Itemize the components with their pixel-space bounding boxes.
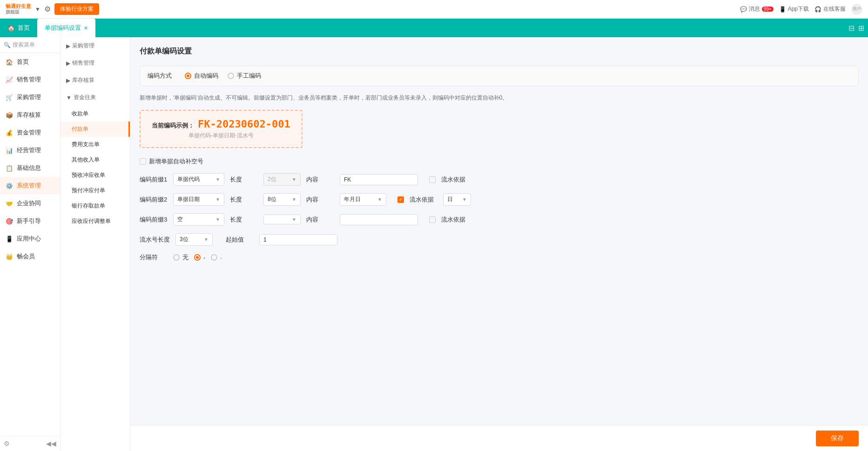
tab-bar-actions: ⊟ ⊞ bbox=[848, 24, 868, 33]
subnav-bank-deposit[interactable]: 银行存取款单 bbox=[61, 198, 130, 214]
user-label: 用户 bbox=[853, 6, 861, 12]
tab-bar: 🏠 首页 单据编码设置 ✕ ⊟ ⊞ bbox=[0, 19, 868, 37]
radio-auto-btn[interactable] bbox=[185, 73, 191, 79]
subnav-inventory-title[interactable]: ▶ 库存核算 bbox=[61, 72, 130, 89]
subnav-capital-title[interactable]: ▼ 资金往来 bbox=[61, 89, 130, 106]
sep-none-radio[interactable]: 无 bbox=[173, 253, 188, 262]
sidebar-item-system[interactable]: ⚙️ 系统管理 bbox=[0, 177, 60, 195]
example-label: 当前编码示例： bbox=[152, 122, 194, 129]
prefix1-arrow: ▼ bbox=[215, 177, 220, 182]
subnav-income[interactable]: 其他收入单 bbox=[61, 152, 130, 168]
content1-input[interactable] bbox=[340, 174, 418, 185]
subnav-capital: ▼ 资金往来 收款单 付款单 费用支出单 其他收入单 预收冲应收单 预付冲应付单… bbox=[61, 89, 130, 229]
online-service-btn[interactable]: 🎧 在线客服 bbox=[814, 5, 846, 13]
tab-minimize-icon[interactable]: ⊟ bbox=[848, 24, 855, 33]
serial2-checkbox[interactable]: ✓ bbox=[397, 196, 404, 203]
settings-icon[interactable]: ⚙ bbox=[44, 5, 51, 13]
subnav-prepay-pay[interactable]: 预付冲应付单 bbox=[61, 183, 130, 198]
sep-dot-btn[interactable] bbox=[211, 254, 217, 261]
avatar[interactable]: 用户 bbox=[851, 4, 862, 15]
prefix2-label: 编码前缀2 bbox=[140, 195, 168, 204]
sep-dot-char: · bbox=[220, 254, 222, 261]
sidebar-item-vip[interactable]: 👑 畅会员 bbox=[0, 248, 60, 265]
serial3-checkbox[interactable] bbox=[429, 216, 436, 223]
sidebar-collapse-icon[interactable]: ◀◀ bbox=[46, 440, 56, 447]
top-bar-right: 💬 消息 99+ 📱 App下载 🎧 在线客服 用户 bbox=[740, 4, 862, 15]
length2-input[interactable]: 8位 ▼ bbox=[263, 193, 301, 206]
tab-fullscreen-icon[interactable]: ⊞ bbox=[858, 24, 864, 33]
apps-icon: 📱 bbox=[6, 235, 13, 242]
sep-dot-radio[interactable]: · bbox=[211, 254, 222, 261]
prefix1-select[interactable]: 单据代码 ▼ bbox=[173, 173, 224, 186]
length3-arrow: ▼ bbox=[292, 217, 296, 222]
prefix3-select[interactable]: 空 ▼ bbox=[173, 213, 224, 226]
sep-none-btn[interactable] bbox=[173, 254, 180, 261]
subnav-purchase-title[interactable]: ▶ 采购管理 bbox=[61, 37, 130, 54]
operations-icon: 📊 bbox=[6, 147, 13, 154]
subnav-inventory: ▶ 库存核算 bbox=[61, 72, 130, 89]
example-code-value: 当前编码示例：FK-20230602-001 bbox=[152, 118, 290, 130]
subnav-payment[interactable]: 付款单 bbox=[61, 121, 130, 137]
purchase-icon: 🛒 bbox=[6, 94, 13, 101]
start-value-label: 起始值 bbox=[226, 236, 254, 244]
prefix-row-2: 编码前缀2 单据日期 ▼ 长度 8位 ▼ 内容 年月日 ▼ ✓ 流水依据 bbox=[140, 193, 859, 206]
tab-encoding[interactable]: 单据编码设置 ✕ bbox=[37, 19, 95, 37]
sidebar-item-home[interactable]: 🏠 首页 bbox=[0, 53, 60, 71]
auto-fill-row: 新增单据自动补空号 bbox=[140, 157, 859, 166]
basic-icon: 📋 bbox=[6, 164, 13, 172]
sidebar-item-enterprise[interactable]: 🤝 企业协同 bbox=[0, 195, 60, 212]
code-example: 当前编码示例：FK-20230602-001 单据代码-单据日期-流水号 bbox=[140, 110, 303, 148]
auto-fill-checkbox[interactable] bbox=[140, 158, 146, 165]
subnav-sales-title[interactable]: ▶ 销售管理 bbox=[61, 54, 130, 72]
tab-home[interactable]: 🏠 首页 bbox=[0, 19, 37, 37]
sidebar-item-apps[interactable]: 📱 应用中心 bbox=[0, 230, 60, 248]
save-button[interactable]: 保存 bbox=[816, 431, 859, 446]
sidebar-settings-icon[interactable]: ⚙ bbox=[4, 440, 10, 447]
length2-arrow: ▼ bbox=[292, 197, 296, 202]
radio-manual[interactable]: 手工编码 bbox=[228, 72, 261, 80]
sep-dash-btn[interactable] bbox=[194, 254, 201, 261]
subnav-capital-arrow: ▼ bbox=[66, 94, 72, 101]
serial-length-arrow: ▼ bbox=[204, 237, 209, 242]
sidebar-item-basic[interactable]: 📋 基础信息 bbox=[0, 159, 60, 177]
subnav-expense[interactable]: 费用支出单 bbox=[61, 137, 130, 152]
sidebar-item-inventory[interactable]: 📦 库存核算 bbox=[0, 106, 60, 124]
length1-arrow: ▼ bbox=[292, 177, 296, 182]
length3-input[interactable]: ▼ bbox=[263, 215, 301, 224]
message-btn[interactable]: 💬 消息 99+ bbox=[740, 5, 774, 13]
serial-length-select[interactable]: 3位 ▼ bbox=[175, 233, 213, 246]
radio-auto[interactable]: 自动编码 bbox=[185, 72, 218, 80]
nav-dropdown-arrow[interactable]: ▼ bbox=[35, 6, 40, 13]
finance-icon: 💰 bbox=[6, 129, 13, 136]
sidebar-item-guide[interactable]: 🎯 新手引导 bbox=[0, 212, 60, 230]
subnav-prepay-recv[interactable]: 预收冲应收单 bbox=[61, 168, 130, 183]
tab-encoding-close[interactable]: ✕ bbox=[84, 25, 88, 31]
granularity-select[interactable]: 日 ▼ bbox=[443, 193, 471, 206]
trial-button[interactable]: 体验行业方案 bbox=[54, 3, 99, 15]
serial1-checkbox[interactable] bbox=[429, 176, 436, 183]
subnav-ar-ap-adjust[interactable]: 应收应付调整单 bbox=[61, 214, 130, 229]
sep-dash-char: - bbox=[203, 254, 205, 261]
content-right: 付款单编码设置 编码方式 自动编码 手工编码 新增单据时，'单据编码'自动生成、… bbox=[130, 37, 868, 451]
sidebar-item-purchase[interactable]: 🛒 采购管理 bbox=[0, 88, 60, 106]
download-icon: 📱 bbox=[779, 6, 786, 13]
length1-input: 2位 ▼ bbox=[263, 173, 301, 186]
sidebar-item-sales[interactable]: 📈 销售管理 bbox=[0, 71, 60, 88]
sales-icon: 📈 bbox=[6, 76, 13, 83]
app-download-btn[interactable]: 📱 App下载 bbox=[779, 5, 809, 13]
content3-input[interactable] bbox=[340, 214, 418, 225]
page-title: 付款单编码设置 bbox=[140, 47, 859, 56]
prefix3-arrow: ▼ bbox=[215, 217, 220, 222]
radio-manual-btn[interactable] bbox=[228, 73, 234, 79]
sidebar-item-finance[interactable]: 💰 资金管理 bbox=[0, 124, 60, 141]
content-wrapper: 付款单编码设置 编码方式 自动编码 手工编码 新增单据时，'单据编码'自动生成、… bbox=[130, 37, 868, 425]
sidebar-item-operations[interactable]: 📊 经营管理 bbox=[0, 141, 60, 159]
sidebar-search[interactable]: 🔍 搜索菜单 bbox=[0, 37, 60, 53]
subnav-sales-arrow: ▶ bbox=[66, 60, 70, 67]
granularity-arrow: ▼ bbox=[462, 197, 467, 202]
prefix2-select[interactable]: 单据日期 ▼ bbox=[173, 193, 224, 206]
start-value-input[interactable] bbox=[259, 234, 337, 245]
sep-dash-radio[interactable]: - bbox=[194, 254, 205, 261]
content2-select[interactable]: 年月日 ▼ bbox=[340, 193, 386, 206]
subnav-receipt[interactable]: 收款单 bbox=[61, 106, 130, 121]
